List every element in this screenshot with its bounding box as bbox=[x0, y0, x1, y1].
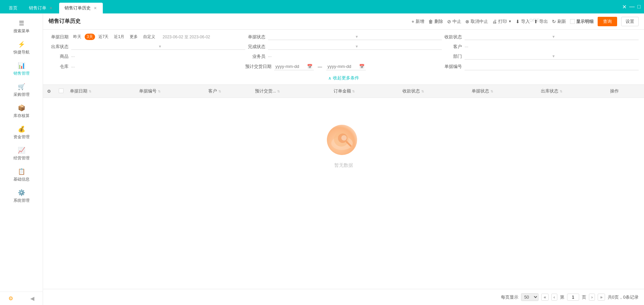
bill-status-label: 单据状态 bbox=[245, 34, 265, 40]
th-bill-date-label: 单据日期 bbox=[70, 88, 87, 93]
th-order-amount-label: 订单金额 bbox=[334, 88, 351, 93]
sys-mgmt-icon: ⚙️ bbox=[18, 189, 25, 196]
tab-sales-order-label: 销售订单 bbox=[29, 5, 46, 11]
topbar-close-icon[interactable]: ✕ bbox=[622, 4, 627, 10]
delivery-date-label: 预计交货日期 bbox=[245, 64, 271, 70]
collapse-row[interactable]: ∧ 收起更多条件 bbox=[48, 74, 639, 82]
bill-number-input[interactable] bbox=[465, 63, 639, 70]
filter-row-2: 出库状态 ▼ 完成状态 ▼ 客户 ··· bbox=[48, 43, 639, 50]
first-page-btn[interactable]: « bbox=[541, 294, 548, 301]
warehouse-label: 仓库 bbox=[48, 64, 69, 70]
empty-text: 暂无数据 bbox=[334, 162, 353, 168]
collapse-label: 收起更多条件 bbox=[333, 75, 359, 81]
query-button[interactable]: 查询 bbox=[598, 17, 617, 26]
sidebar-item-operations[interactable]: 📈 经营管理 bbox=[0, 143, 43, 164]
sidebar-item-quick-nav[interactable]: ⚡ 快捷导航 bbox=[0, 37, 43, 59]
th-payment-status[interactable]: 收款状态 ⇅ bbox=[400, 85, 469, 98]
topbar-maximize-icon[interactable]: □ bbox=[637, 4, 641, 10]
close-sales-order-tab[interactable]: ✕ bbox=[48, 6, 53, 10]
sidebar-collapse-btn[interactable]: ◀ bbox=[30, 295, 34, 302]
page-size-select[interactable]: 50 10 20 100 bbox=[521, 293, 539, 301]
refresh-button[interactable]: ↻ 刷新 bbox=[552, 18, 566, 25]
stop-button[interactable]: ⊘ 中止 bbox=[447, 18, 461, 25]
page-input[interactable] bbox=[567, 294, 579, 301]
th-setting[interactable]: ⚙ bbox=[43, 85, 55, 98]
last-page-btn[interactable]: » bbox=[598, 294, 605, 301]
goods-ellipsis[interactable]: ··· bbox=[71, 54, 75, 59]
department-select[interactable]: ▼ bbox=[465, 53, 639, 60]
sidebar-item-inventory[interactable]: 📦 库存核算 bbox=[0, 101, 43, 122]
delivery-date-from-input[interactable] bbox=[275, 64, 306, 69]
tab-home[interactable]: 首页 bbox=[3, 3, 23, 13]
th-order-amount[interactable]: 订单金额 ⇅ bbox=[331, 85, 400, 98]
date-option-more[interactable]: 更多 bbox=[128, 34, 140, 40]
th-order-amount-sort-icon: ⇅ bbox=[352, 89, 355, 93]
calendar-to-icon[interactable]: 📅 bbox=[359, 64, 364, 69]
th-checkbox[interactable] bbox=[55, 85, 67, 98]
empty-svg bbox=[329, 126, 355, 153]
sidebar-item-search-menu[interactable]: ☰ 搜索菜单 bbox=[0, 16, 43, 37]
th-delivery-date[interactable]: 预计交货... ⇅ bbox=[252, 85, 331, 98]
date-option-3days[interactable]: 3天 bbox=[85, 34, 95, 40]
th-delivery-date-sort-icon: ⇅ bbox=[277, 89, 280, 93]
sidebar-label-sales-mgmt: 销售管理 bbox=[13, 71, 30, 76]
show-detail-checkbox[interactable] bbox=[570, 19, 575, 24]
th-actions: 操作 bbox=[607, 85, 644, 98]
payment-status-label: 收款状态 bbox=[442, 34, 462, 40]
th-bill-number-sort-icon: ⇅ bbox=[158, 89, 161, 93]
th-warehouse-status[interactable]: 出库状态 ⇅ bbox=[538, 85, 607, 98]
delete-button[interactable]: 🗑 删除 bbox=[428, 18, 443, 25]
print-button[interactable]: 🖨 打印 ▼ bbox=[492, 18, 512, 25]
import-button[interactable]: ⬇ 导入 bbox=[516, 18, 530, 25]
delivery-date-to-input[interactable] bbox=[328, 64, 358, 69]
date-option-7days[interactable]: 近7天 bbox=[96, 34, 111, 40]
close-sales-order-history-tab[interactable]: ✕ bbox=[93, 6, 97, 10]
topbar-minimize-icon[interactable]: — bbox=[629, 4, 635, 10]
stop-label: 中止 bbox=[453, 18, 461, 25]
th-bill-date[interactable]: 单据日期 ⇅ bbox=[67, 85, 136, 98]
empty-icon bbox=[327, 125, 360, 158]
sidebar: ☰ 搜索菜单 ⚡ 快捷导航 📊 销售管理 🛒 采购管理 📦 库存核算 💰 资金管… bbox=[0, 13, 43, 305]
print-dropdown-icon: ▼ bbox=[508, 20, 512, 23]
settings-button[interactable]: 设置 bbox=[621, 17, 639, 26]
customer-ellipsis[interactable]: ··· bbox=[465, 44, 468, 49]
top-bar-right: ✕ — □ bbox=[622, 4, 641, 10]
th-bill-status-label: 单据状态 bbox=[472, 88, 489, 93]
data-table: ⚙ 单据日期 ⇅ 单据编号 ⇅ 客户 bbox=[43, 85, 644, 98]
tab-sales-order[interactable]: 销售订单 ✕ bbox=[24, 3, 58, 13]
cancel-stop-button[interactable]: ⊗ 取消中止 bbox=[465, 18, 488, 25]
sidebar-item-basic-info[interactable]: 📋 基础信息 bbox=[0, 164, 43, 186]
new-button[interactable]: + 新增 bbox=[412, 18, 424, 25]
warehouse-ellipsis[interactable]: ··· bbox=[71, 64, 75, 69]
next-page-btn[interactable]: › bbox=[589, 294, 595, 301]
tab-sales-order-history[interactable]: 销售订单历史 ✕ bbox=[59, 3, 103, 13]
complete-status-select[interactable]: ▼ bbox=[268, 43, 442, 50]
th-bill-status-sort-icon: ⇅ bbox=[490, 89, 493, 93]
date-option-1month[interactable]: 近1月 bbox=[112, 34, 126, 40]
calendar-from-icon[interactable]: 📅 bbox=[307, 64, 312, 69]
inventory-icon: 📦 bbox=[18, 104, 25, 112]
filter-warehouse: 仓库 ··· bbox=[48, 64, 245, 70]
sidebar-settings-btn[interactable]: ⚙ bbox=[8, 295, 13, 302]
new-label: 新增 bbox=[416, 18, 424, 25]
sidebar-item-sales-mgmt[interactable]: 📊 销售管理 bbox=[0, 59, 43, 80]
warehouse-status-select[interactable]: ▼ bbox=[71, 43, 245, 50]
sidebar-item-purchase-mgmt[interactable]: 🛒 采购管理 bbox=[0, 80, 43, 101]
prev-page-btn[interactable]: ‹ bbox=[551, 294, 557, 301]
th-bill-number[interactable]: 单据编号 ⇅ bbox=[136, 85, 206, 98]
export-button[interactable]: ⬆ 导出 bbox=[534, 18, 548, 25]
bill-status-select[interactable]: ▼ bbox=[268, 34, 442, 40]
main-layout: ☰ 搜索菜单 ⚡ 快捷导航 📊 销售管理 🛒 采购管理 📦 库存核算 💰 资金管… bbox=[0, 13, 644, 305]
sidebar-item-sys-mgmt[interactable]: ⚙️ 系统管理 bbox=[0, 186, 43, 207]
th-bill-status[interactable]: 单据状态 ⇅ bbox=[469, 85, 538, 98]
date-range-text: 2023-06-02 至 2023-06-02 bbox=[163, 34, 210, 40]
date-option-yesterday[interactable]: 昨天 bbox=[71, 34, 83, 40]
th-bill-number-label: 单据编号 bbox=[139, 88, 157, 93]
payment-status-select[interactable]: ▼ bbox=[465, 34, 639, 40]
cancel-stop-icon: ⊗ bbox=[465, 19, 469, 24]
salesperson-ellipsis[interactable]: ··· bbox=[268, 54, 272, 59]
th-customer[interactable]: 客户 ⇅ bbox=[206, 85, 252, 98]
date-option-custom[interactable]: 自定义 bbox=[141, 34, 157, 40]
new-icon: + bbox=[412, 19, 414, 24]
sidebar-item-finance[interactable]: 💰 资金管理 bbox=[0, 122, 43, 143]
